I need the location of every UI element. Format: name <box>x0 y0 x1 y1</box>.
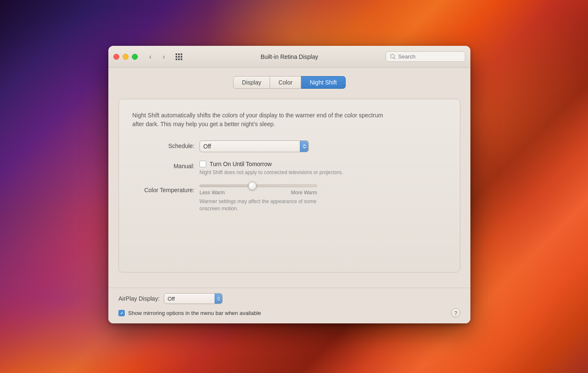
schedule-row: Schedule: Off <box>132 140 446 152</box>
titlebar: ‹ › Built-in Retina Display <box>108 46 470 68</box>
main-content: Display Color Night Shift Night Shift au… <box>108 68 470 288</box>
traffic-lights <box>113 54 138 60</box>
close-button[interactable] <box>113 54 119 60</box>
airplay-section: AirPlay Display: Off <box>118 293 223 304</box>
more-warm-label: More Warm <box>291 190 317 196</box>
maximize-button[interactable] <box>132 54 138 60</box>
color-temp-slider-track[interactable] <box>200 185 317 187</box>
manual-checkbox-label: Turn On Until Tomorrow <box>210 161 272 167</box>
schedule-dropdown-arrow <box>300 141 308 152</box>
grid-view-button[interactable] <box>173 51 185 63</box>
airplay-dropdown-value: Off <box>168 296 219 302</box>
help-button[interactable]: ? <box>451 308 460 317</box>
description-text: Night Shift automatically shifts the col… <box>132 111 393 129</box>
window-title: Built-in Retina Display <box>261 53 318 60</box>
manual-control: Turn On Until Tomorrow Night Shift does … <box>200 161 368 176</box>
mirroring-section: Show mirroring options in the menu bar w… <box>118 310 261 316</box>
airplay-row: AirPlay Display: Off <box>118 293 460 304</box>
window-bottom: AirPlay Display: Off Show mirroring opti… <box>108 288 470 323</box>
minimize-button[interactable] <box>123 54 129 60</box>
schedule-dropdown-value: Off <box>203 143 305 150</box>
night-shift-panel: Night Shift automatically shifts the col… <box>118 99 460 272</box>
mirroring-row: Show mirroring options in the menu bar w… <box>118 308 460 317</box>
nav-buttons: ‹ › <box>144 51 170 63</box>
color-temp-label: Color Temperature: <box>132 185 200 193</box>
color-temp-slider-thumb[interactable] <box>248 182 257 190</box>
airplay-label: AirPlay Display: <box>118 295 160 302</box>
less-warm-label: Less Warm <box>200 190 225 196</box>
manual-checkbox[interactable] <box>200 161 206 167</box>
schedule-label: Schedule: <box>132 140 200 149</box>
schedule-dropdown[interactable]: Off <box>200 140 309 152</box>
forward-button[interactable]: › <box>158 51 170 63</box>
slider-labels: Less Warm More Warm <box>200 190 317 196</box>
mirroring-label: Show mirroring options in the menu bar w… <box>128 310 261 316</box>
slider-wrapper: Less Warm More Warm Warmer settings may … <box>200 185 317 212</box>
search-input[interactable] <box>398 53 461 60</box>
svg-line-1 <box>394 58 395 59</box>
tab-color[interactable]: Color <box>270 76 301 89</box>
back-button[interactable]: ‹ <box>144 51 156 63</box>
chevron-updown-icon <box>302 144 307 148</box>
airplay-dropdown[interactable]: Off <box>164 293 223 304</box>
manual-row: Manual: Turn On Until Tomorrow Night Shi… <box>132 161 446 176</box>
schedule-control: Off <box>200 140 368 152</box>
chevron-updown-icon-small <box>217 297 220 301</box>
tab-night-shift[interactable]: Night Shift <box>301 76 346 89</box>
color-temp-row: Color Temperature: Less Warm More Warm W… <box>132 185 446 212</box>
search-icon <box>390 54 396 59</box>
manual-checkbox-wrapper[interactable]: Turn On Until Tomorrow <box>200 161 368 167</box>
manual-hint-text: Night Shift does not apply to connected … <box>200 169 368 176</box>
tab-bar: Display Color Night Shift <box>118 76 460 89</box>
mirroring-checkbox[interactable] <box>118 310 125 316</box>
color-temp-control: Less Warm More Warm Warmer settings may … <box>200 185 368 212</box>
airplay-dropdown-arrow <box>215 294 222 304</box>
display-preferences-window: ‹ › Built-in Retina Display Display Colo… <box>108 46 470 323</box>
grid-icon <box>176 53 182 60</box>
slider-hint-text: Warmer settings may affect the appearanc… <box>200 198 317 212</box>
tab-display[interactable]: Display <box>233 76 270 89</box>
search-bar[interactable] <box>386 51 465 62</box>
manual-label: Manual: <box>132 161 200 169</box>
